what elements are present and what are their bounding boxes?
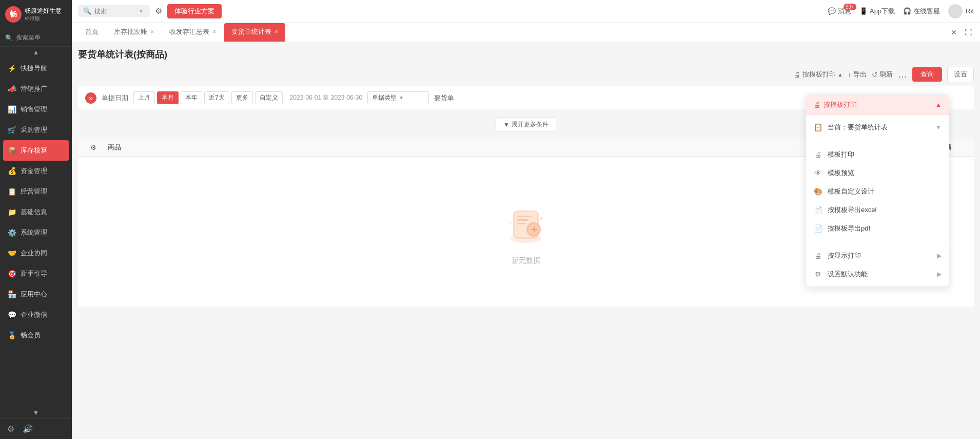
sidebar-item-operations[interactable]: 📋 经营管理 bbox=[0, 181, 72, 202]
dropdown-chevron-icon[interactable]: ▲ bbox=[935, 101, 942, 108]
svg-rect-7 bbox=[517, 216, 532, 217]
gear-icon[interactable]: ⚙ bbox=[155, 6, 162, 16]
customer-service-label: 在线客服 bbox=[913, 7, 940, 16]
wechat-icon: 💬 bbox=[7, 311, 16, 319]
tab-inventory-batch[interactable]: 库存批次账 × bbox=[107, 23, 161, 42]
basic-icon: 📁 bbox=[7, 208, 16, 216]
printer-icon: 🖨 bbox=[794, 71, 800, 79]
sidebar-item-label: 快捷导航 bbox=[21, 64, 47, 73]
member-icon: 🏅 bbox=[7, 331, 16, 339]
dropdown-display-print[interactable]: 🖨 按显示打印 ▶ bbox=[806, 246, 949, 265]
template-design-icon: 🎨 bbox=[813, 187, 822, 196]
export-pdf-icon: 📄 bbox=[813, 224, 822, 233]
tab-close-inventory-batch[interactable]: × bbox=[150, 28, 154, 35]
sidebar-item-purchase[interactable]: 🛒 采购管理 bbox=[0, 120, 72, 140]
tab-close-receipts-summary[interactable]: × bbox=[212, 28, 216, 35]
date-custom-btn[interactable]: 自定义 bbox=[255, 91, 283, 104]
messages-badge: 99+ bbox=[844, 4, 856, 10]
sidebar-item-finance[interactable]: 💰 资金管理 bbox=[0, 161, 72, 181]
date-buttons: 上月 本月 本年 近7天 更多 自定义 bbox=[133, 91, 283, 104]
search-input[interactable] bbox=[94, 8, 135, 15]
sidebar-item-basic[interactable]: 📁 基础信息 bbox=[0, 202, 72, 222]
sidebar-item-label: 新手引导 bbox=[21, 269, 47, 278]
user-profile-btn[interactable]: Rit bbox=[948, 4, 974, 18]
sidebar-item-enterprise[interactable]: 🤝 企业协同 bbox=[0, 243, 72, 263]
app-download-btn[interactable]: 📱 App下载 bbox=[859, 7, 895, 16]
expand-more-btn[interactable]: ▼ 展开更多条件 bbox=[496, 118, 556, 131]
app-download-label: App下载 bbox=[870, 7, 895, 16]
dropdown-default-func[interactable]: ⚙ 设置默认功能 ▶ bbox=[806, 265, 949, 283]
dropdown-item-template-print[interactable]: 🖨 模板打印 bbox=[806, 145, 949, 164]
refresh-btn[interactable]: ↺ 刷新 bbox=[872, 70, 893, 79]
tab-order-stats[interactable]: 要货单统计表 × bbox=[224, 23, 285, 42]
more-btn[interactable]: … bbox=[898, 69, 907, 80]
topbar-actions: 💬 消息 99+ 📱 App下载 🎧 在线客服 Rit bbox=[828, 4, 974, 18]
customer-service-btn[interactable]: 🎧 在线客服 bbox=[903, 7, 940, 16]
phone-icon: 📱 bbox=[859, 7, 868, 15]
dropdown-item-template-preview[interactable]: 👁 模板预览 bbox=[806, 164, 949, 182]
sidebar-item-marketing[interactable]: 📣 营销推广 bbox=[0, 79, 72, 99]
logo-text: 畅康通好生意 标准版 bbox=[25, 7, 62, 22]
sidebar: 畅 畅康通好生意 标准版 🔍 搜索菜单 ▲ ⚡ 快捷导航 📣 营销推广 📊 销售… bbox=[0, 0, 72, 439]
logo-icon: 畅 bbox=[5, 6, 22, 23]
order-goods-label: 要货单 bbox=[434, 93, 454, 103]
order-type-select[interactable]: 单据类型 ▼ bbox=[367, 91, 429, 104]
dropdown-divider-1 bbox=[806, 141, 949, 141]
default-func-icon: ⚙ bbox=[813, 270, 822, 278]
table-settings-icon[interactable]: ⚙ bbox=[90, 144, 96, 151]
sidebar-footer: ⚙ 🔊 bbox=[0, 418, 72, 439]
messages-btn[interactable]: 💬 消息 99+ bbox=[828, 7, 851, 16]
search-icon: 🔍 bbox=[5, 34, 13, 42]
date-this-month-btn[interactable]: 本月 bbox=[157, 91, 179, 104]
sidebar-item-sales[interactable]: 📊 销售管理 bbox=[0, 99, 72, 120]
scroll-up-btn[interactable]: ▲ bbox=[0, 47, 72, 58]
export-excel-icon: 📄 bbox=[813, 206, 822, 214]
query-btn[interactable]: 查询 bbox=[912, 67, 942, 82]
topbar-search-box[interactable]: 🔍 ▼ bbox=[78, 5, 150, 17]
sidebar-item-label: 营销推广 bbox=[21, 84, 47, 93]
svg-point-10 bbox=[540, 217, 543, 220]
tab-close-order-stats[interactable]: × bbox=[275, 28, 278, 35]
empty-text: 暂无数据 bbox=[512, 256, 540, 265]
sidebar-item-inventory[interactable]: 📦 库存核算 bbox=[3, 140, 69, 161]
dropdown-current-left: 📋 当前：要货单统计表 bbox=[813, 123, 888, 132]
sidebar-search[interactable]: 🔍 搜索菜单 bbox=[0, 29, 72, 47]
sidebar-item-member[interactable]: 🏅 畅会员 bbox=[0, 325, 72, 346]
sidebar-item-label: 采购管理 bbox=[21, 125, 47, 135]
date-last-month-btn[interactable]: 上月 bbox=[133, 91, 155, 104]
scroll-down-btn[interactable]: ▼ bbox=[0, 407, 72, 418]
settings-btn[interactable]: 设置 bbox=[947, 67, 974, 82]
dropdown-divider-2 bbox=[806, 242, 949, 242]
date-more-btn[interactable]: 更多 bbox=[231, 91, 253, 104]
template-print-icon: 🖨 bbox=[813, 150, 822, 159]
tabs-close-all-btn[interactable]: ✕ bbox=[948, 27, 959, 38]
dropdown-item-template-design[interactable]: 🎨 模板自定义设计 bbox=[806, 182, 949, 201]
dropdown-sub-section: 🖨 按显示打印 ▶ ⚙ 设置默认功能 ▶ bbox=[806, 243, 949, 287]
print-template-btn[interactable]: 🖨 按模板打印 ▲ bbox=[794, 70, 843, 79]
speaker-icon[interactable]: 🔊 bbox=[23, 424, 33, 434]
dropdown-item-export-pdf[interactable]: 📄 按模板导出pdf bbox=[806, 219, 949, 238]
headset-icon: 🎧 bbox=[903, 7, 911, 15]
date-this-year-btn[interactable]: 本年 bbox=[181, 91, 202, 104]
date-last-7-btn[interactable]: 近7天 bbox=[204, 91, 229, 104]
sidebar-item-wechat[interactable]: 💬 企业微信 bbox=[0, 304, 72, 325]
default-func-arrow-icon: ▶ bbox=[937, 271, 942, 278]
dropdown-current-template[interactable]: 📋 当前：要货单统计表 ▼ bbox=[806, 118, 949, 137]
display-print-arrow-icon: ▶ bbox=[937, 252, 942, 259]
trial-button[interactable]: 体验行业方案 bbox=[167, 4, 222, 18]
sidebar-item-appstore[interactable]: 🏪 应用中心 bbox=[0, 284, 72, 304]
col-settings[interactable]: ⚙ bbox=[83, 144, 104, 151]
sidebar-nav: ⚡ 快捷导航 📣 营销推广 📊 销售管理 🛒 采购管理 📦 库存核算 💰 资金管… bbox=[0, 58, 72, 407]
sidebar-item-quicknav[interactable]: ⚡ 快捷导航 bbox=[0, 58, 72, 79]
tabs-expand-btn[interactable]: ⛶ bbox=[963, 27, 974, 38]
tab-receipts-summary[interactable]: 收发存汇总表 × bbox=[162, 23, 223, 42]
sidebar-item-guide[interactable]: 🎯 新手引导 bbox=[0, 263, 72, 284]
sidebar-item-label: 应用中心 bbox=[21, 290, 47, 299]
settings-icon[interactable]: ⚙ bbox=[7, 424, 14, 434]
dropdown-item-export-excel[interactable]: 📄 按模板导出excel bbox=[806, 201, 949, 219]
export-btn[interactable]: ↑ 导出 bbox=[848, 70, 867, 79]
sidebar-item-system[interactable]: ⚙️ 系统管理 bbox=[0, 222, 72, 243]
sidebar-search-label: 搜索菜单 bbox=[16, 33, 41, 42]
tab-home[interactable]: 首页 bbox=[78, 23, 106, 42]
filter-expand-btn[interactable]: » bbox=[85, 92, 96, 104]
